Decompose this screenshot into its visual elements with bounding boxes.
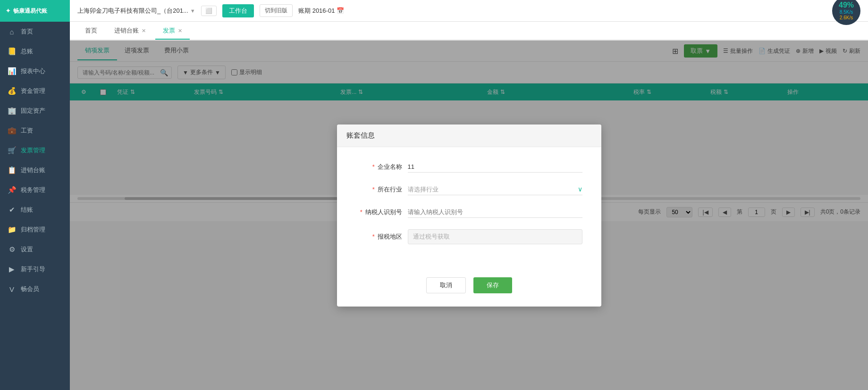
sidebar-item-assets[interactable]: 🏢固定资产 xyxy=(0,101,70,121)
sidebar-label-reports: 报表中心 xyxy=(21,67,45,75)
industry-select[interactable]: 请选择行业 xyxy=(408,184,578,195)
sidebar-icon-salary: 💼 xyxy=(8,126,16,135)
sidebar-icon-funds: 💰 xyxy=(8,87,16,95)
required-star-4: * xyxy=(372,233,375,240)
nav-tab-label-invoice: 发票 xyxy=(163,27,175,34)
sidebar-icon-settle: ✔ xyxy=(8,206,16,214)
network-speeds: 8.5K/s 2.6K/s xyxy=(840,9,853,20)
form-row-tax-id: * 纳税人识别号 xyxy=(356,207,582,218)
required-star-2: * xyxy=(372,186,375,193)
content-area: 销项发票进项发票费用小票 ⊞ 取票 ▼ ☰ 批量操作 📄 生成凭证 xyxy=(70,41,868,390)
dialog-body: * 企业名称 * 所在行业 请选择行业 xyxy=(337,147,601,270)
sidebar-label-member: 畅会员 xyxy=(21,285,39,293)
sidebar-item-tax[interactable]: 📌税务管理 xyxy=(0,180,70,200)
nav-tab-close-purchase[interactable]: ✕ xyxy=(142,28,146,33)
sidebar-item-ledger[interactable]: 📒总账 xyxy=(0,41,70,61)
sidebar-label-assets: 固定资产 xyxy=(21,107,45,115)
sidebar-item-settings[interactable]: ⚙设置 xyxy=(0,240,70,259)
dialog-title: 账套信息 xyxy=(346,131,375,139)
company-name: 上海卯金刀电子科技有限公司_（台201... xyxy=(77,7,188,15)
sidebar-item-invoice[interactable]: 🛒发票管理 xyxy=(0,141,70,160)
sidebar-icon-reports: 📊 xyxy=(8,67,16,75)
industry-label: * 所在行业 xyxy=(356,185,408,194)
logo-text: 畅康通易代账 xyxy=(13,7,47,15)
sidebar-icon-member: V xyxy=(8,285,16,293)
company-dropdown-icon: ▼ xyxy=(190,8,195,14)
tax-id-input[interactable] xyxy=(408,207,582,218)
sidebar-label-tax: 税务管理 xyxy=(21,186,45,194)
sidebar-label-ledger: 总账 xyxy=(21,47,33,56)
company-name-label: * 企业名称 xyxy=(356,163,408,171)
nav-tabs-bar: 首页进销台账✕发票✕ xyxy=(70,22,868,41)
upload-speed: 8.5K/s xyxy=(840,9,853,15)
company-selector[interactable]: 上海卯金刀电子科技有限公司_（台201... ▼ xyxy=(77,7,195,15)
sidebar-label-salary: 工资 xyxy=(21,126,33,135)
modal-overlay[interactable]: 账套信息 * 企业名称 * 所在行业 xyxy=(70,41,868,390)
region-readonly: 通过税号获取 xyxy=(408,229,582,244)
sidebar-label-settings: 设置 xyxy=(21,245,33,254)
industry-select-wrap: 请选择行业 ∨ xyxy=(408,184,582,195)
sidebar-item-member[interactable]: V畅会员 xyxy=(0,279,70,299)
download-speed: 2.6K/s xyxy=(840,15,853,20)
logo-icon: ✦ xyxy=(6,8,10,14)
topbar-right: 49% 8.5K/s 2.6K/s xyxy=(832,0,860,25)
copy-button[interactable]: ⬜ xyxy=(201,6,217,16)
sidebar-icon-invoice: 🛒 xyxy=(8,146,16,155)
sidebar-icon-archive: 📁 xyxy=(8,225,16,234)
sidebar-item-reports[interactable]: 📊报表中心 xyxy=(0,61,70,81)
nav-tab-label-home: 首页 xyxy=(85,27,97,34)
network-stats: 49% 8.5K/s 2.6K/s xyxy=(832,0,860,25)
nav-tab-invoice[interactable]: 发票✕ xyxy=(155,23,190,40)
tax-id-label: * 纳税人识别号 xyxy=(356,208,408,216)
sidebar-icon-ledger: 📒 xyxy=(8,47,16,56)
topbar: 上海卯金刀电子科技有限公司_（台201... ▼ ⬜ 工作台 切到旧版 账期 2… xyxy=(70,0,868,22)
sidebar: ✦ 畅康通易代账 ⌂首页📒总账📊报表中心💰资金管理🏢固定资产💼工资🛒发票管理📋进… xyxy=(0,0,70,390)
sidebar-logo: ✦ 畅康通易代账 xyxy=(0,0,70,22)
sidebar-label-funds: 资金管理 xyxy=(21,87,45,95)
sidebar-label-guide: 新手引导 xyxy=(21,265,45,274)
sidebar-icon-purchase: 📋 xyxy=(8,166,16,174)
sidebar-item-settle[interactable]: ✔结账 xyxy=(0,200,70,220)
sidebar-icon-guide: ▶ xyxy=(8,265,16,274)
sidebar-item-salary[interactable]: 💼工资 xyxy=(0,121,70,141)
network-percent: 49% xyxy=(839,1,854,9)
period-label: 账期 xyxy=(298,7,311,15)
sidebar-label-home: 首页 xyxy=(21,27,33,36)
form-row-company: * 企业名称 xyxy=(356,161,582,173)
sidebar-item-archive[interactable]: 📁归档管理 xyxy=(0,220,70,240)
save-button[interactable]: 保存 xyxy=(473,277,512,293)
sidebar-label-settle: 结账 xyxy=(21,206,33,214)
sidebar-icon-home: ⌂ xyxy=(8,28,16,36)
dialog-header: 账套信息 xyxy=(337,124,601,147)
sidebar-label-archive: 归档管理 xyxy=(21,225,45,234)
required-star-3: * xyxy=(360,208,362,216)
region-label: * 报税地区 xyxy=(356,232,408,241)
period-value: 2016-01 xyxy=(312,7,335,14)
required-star: * xyxy=(372,163,375,170)
sidebar-icon-tax: 📌 xyxy=(8,186,16,194)
nav-tab-purchase[interactable]: 进销台账✕ xyxy=(107,23,153,40)
sidebar-icon-settings: ⚙ xyxy=(8,245,16,254)
sidebar-item-purchase[interactable]: 📋进销台账 xyxy=(0,160,70,180)
sidebar-icon-assets: 🏢 xyxy=(8,107,16,115)
sidebar-item-funds[interactable]: 💰资金管理 xyxy=(0,81,70,101)
dialog-footer: 取消 保存 xyxy=(337,270,601,307)
workbench-button[interactable]: 工作台 xyxy=(222,4,254,17)
nav-tab-label-purchase: 进销台账 xyxy=(114,27,139,34)
period-display: 账期 2016-01 📅 xyxy=(298,7,345,15)
dialog: 账套信息 * 企业名称 * 所在行业 xyxy=(337,124,601,307)
company-name-input[interactable] xyxy=(408,161,582,173)
main-area: 上海卯金刀电子科技有限公司_（台201... ▼ ⬜ 工作台 切到旧版 账期 2… xyxy=(70,0,868,390)
calendar-icon[interactable]: 📅 xyxy=(337,7,344,14)
sidebar-item-home[interactable]: ⌂首页 xyxy=(0,22,70,41)
nav-tab-close-invoice[interactable]: ✕ xyxy=(178,28,182,33)
form-row-industry: * 所在行业 请选择行业 ∨ xyxy=(356,184,582,195)
sidebar-label-purchase: 进销台账 xyxy=(21,166,45,174)
sidebar-item-guide[interactable]: ▶新手引导 xyxy=(0,259,70,279)
form-row-region: * 报税地区 通过税号获取 xyxy=(356,229,582,244)
cancel-button[interactable]: 取消 xyxy=(426,277,466,293)
old-version-button[interactable]: 切到旧版 xyxy=(260,4,293,17)
industry-dropdown-icon: ∨ xyxy=(578,185,582,193)
sidebar-label-invoice: 发票管理 xyxy=(21,146,45,155)
nav-tab-home[interactable]: 首页 xyxy=(77,23,105,40)
